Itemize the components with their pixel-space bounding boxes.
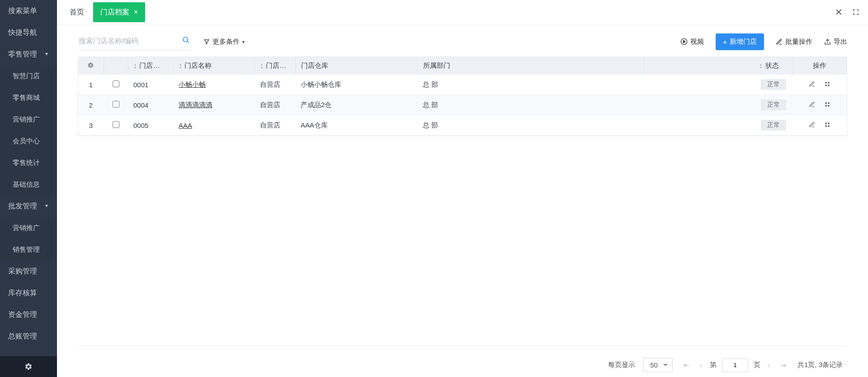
svg-rect-12 xyxy=(825,125,827,127)
cell-checkbox xyxy=(104,75,128,95)
sidebar-item-label: 库存核算 xyxy=(8,288,37,298)
col-status[interactable]: ▲▼状态 xyxy=(643,57,793,75)
svg-rect-8 xyxy=(825,105,827,107)
row-checkbox[interactable] xyxy=(113,121,119,128)
search-input[interactable] xyxy=(79,37,178,45)
svg-rect-7 xyxy=(828,102,830,104)
sidebar-item[interactable]: 搜索菜单 xyxy=(0,0,57,22)
more-filter-button[interactable]: 更多条件 ▾ xyxy=(203,38,245,46)
sidebar-item-label: 零售商城 xyxy=(13,94,40,102)
export-icon xyxy=(824,38,831,45)
table-row: 30005AAA自营店AAA仓库总 部正常 xyxy=(78,115,847,136)
close-icon[interactable]: × xyxy=(134,8,138,16)
col-ops: 操作 xyxy=(793,57,847,75)
video-label: 视频 xyxy=(690,38,704,46)
sidebar-item-label: 销售管理 xyxy=(13,245,40,254)
tab[interactable]: 门店档案× xyxy=(93,2,145,22)
table-row: 20004滴滴滴滴滴自营店产成品2仓总 部正常 xyxy=(78,95,847,115)
svg-rect-9 xyxy=(828,105,830,107)
sidebar-item[interactable]: 销售管理 xyxy=(0,239,57,260)
sidebar-item[interactable]: 资金管理 xyxy=(0,304,57,325)
col-dept: 所属部门 xyxy=(417,57,643,75)
export-button[interactable]: 导出 xyxy=(824,38,847,46)
sidebar-item[interactable]: 营销推广 xyxy=(0,217,57,239)
sidebar-item-label: 总账管理 xyxy=(8,332,37,341)
chevron-down-icon: ▾ xyxy=(242,39,245,44)
more-row-button[interactable] xyxy=(824,122,830,129)
cell-code: 0005 xyxy=(128,115,173,136)
sidebar-item[interactable]: 零售管理▲ xyxy=(0,43,57,65)
add-store-button[interactable]: + 新增门店 xyxy=(716,33,764,50)
cell-status: 正常 xyxy=(643,95,793,115)
store-name-link[interactable]: AAA xyxy=(179,122,192,129)
sidebar-item-label: 营销推广 xyxy=(13,224,40,232)
cell-warehouse: 产成品2仓 xyxy=(295,95,417,115)
cell-index: 2 xyxy=(78,95,104,115)
status-badge: 正常 xyxy=(761,120,786,131)
pagination-bar: 每页显示 50 ⇤ ‹ 第 页 › ⇥ 共1页, 3条记录 xyxy=(78,345,847,377)
sidebar-item[interactable]: 零售商城 xyxy=(0,87,57,108)
sidebar-item[interactable]: 采购管理 xyxy=(0,260,57,282)
svg-rect-13 xyxy=(828,125,830,127)
edit-row-button[interactable] xyxy=(809,81,815,89)
sidebar-item[interactable]: 批发管理▲ xyxy=(0,195,57,217)
row-checkbox[interactable] xyxy=(113,80,119,87)
cell-name: 滴滴滴滴滴 xyxy=(173,95,255,115)
last-page-button[interactable]: ⇥ xyxy=(778,359,789,371)
col-checkbox-header xyxy=(104,57,128,75)
sidebar-settings-button[interactable] xyxy=(0,356,57,377)
bulk-ops-button[interactable]: 批量操作 xyxy=(776,38,812,46)
next-page-button[interactable]: › xyxy=(763,359,775,371)
col-warehouse: 门店仓库 xyxy=(295,57,417,75)
sidebar-item-label: 基础信息 xyxy=(13,180,40,189)
cell-dept: 总 部 xyxy=(417,75,643,95)
cell-dept: 总 部 xyxy=(417,115,643,136)
cell-index: 3 xyxy=(78,115,104,136)
sidebar-item[interactable]: 零售统计 xyxy=(0,152,57,174)
col-name[interactable]: ▲▼门店名称 xyxy=(173,57,255,75)
sidebar-item[interactable]: 智慧门店 xyxy=(0,65,57,87)
close-icon[interactable]: ✕ xyxy=(835,8,843,16)
data-table: ▲▼门店… ▲▼门店名称 ▲▼门店… 门店仓库 所属部门 ▲▼状态 操作 100… xyxy=(78,57,847,136)
edit-row-button[interactable] xyxy=(809,122,815,129)
export-label: 导出 xyxy=(834,38,847,46)
sidebar-item-label: 智慧门店 xyxy=(13,72,40,80)
prev-page-button[interactable]: ‹ xyxy=(695,359,707,371)
cell-name: 小畅小畅 xyxy=(173,75,255,95)
col-type[interactable]: ▲▼门店… xyxy=(255,57,295,75)
video-button[interactable]: 视频 xyxy=(680,38,704,46)
sidebar-item-label: 批发管理 xyxy=(8,202,37,211)
table-row: 10001小畅小畅自营店小畅小畅仓库总 部正常 xyxy=(78,75,847,95)
store-name-link[interactable]: 小畅小畅 xyxy=(179,80,206,88)
more-row-button[interactable] xyxy=(824,101,830,109)
col-code[interactable]: ▲▼门店… xyxy=(128,57,173,75)
svg-rect-3 xyxy=(828,82,830,84)
bulk-label: 批量操作 xyxy=(785,38,812,46)
sidebar-item[interactable]: 快捷导航 xyxy=(0,22,57,43)
chevron-up-icon: ▲ xyxy=(44,52,49,57)
per-page-select[interactable]: 50 xyxy=(643,358,673,372)
plus-icon: + xyxy=(723,38,727,46)
first-page-button[interactable]: ⇤ xyxy=(681,359,693,371)
sidebar-item[interactable]: 基础信息 xyxy=(0,174,57,195)
sidebar-item[interactable]: 会员中心 xyxy=(0,130,57,152)
tab[interactable]: 首页 xyxy=(61,0,93,25)
more-row-button[interactable] xyxy=(824,81,830,89)
sidebar-item[interactable]: 总账管理 xyxy=(0,325,57,347)
page-number-input[interactable] xyxy=(722,358,748,372)
fullscreen-icon[interactable] xyxy=(852,8,860,16)
cell-code: 0001 xyxy=(128,75,173,95)
sidebar-item[interactable]: 营销推广 xyxy=(0,108,57,130)
gear-icon xyxy=(24,363,33,371)
store-name-link[interactable]: 滴滴滴滴滴 xyxy=(179,101,212,108)
edit-row-button[interactable] xyxy=(809,101,815,109)
cell-dept: 总 部 xyxy=(417,95,643,115)
search-icon[interactable] xyxy=(182,36,190,46)
add-store-label: 新增门店 xyxy=(730,38,757,46)
col-settings[interactable] xyxy=(78,57,104,75)
row-checkbox[interactable] xyxy=(113,101,119,108)
sidebar-item-label: 快捷导航 xyxy=(8,28,37,38)
svg-rect-6 xyxy=(825,102,827,104)
sidebar-item[interactable]: 库存核算 xyxy=(0,282,57,304)
cell-type: 自营店 xyxy=(255,95,295,115)
